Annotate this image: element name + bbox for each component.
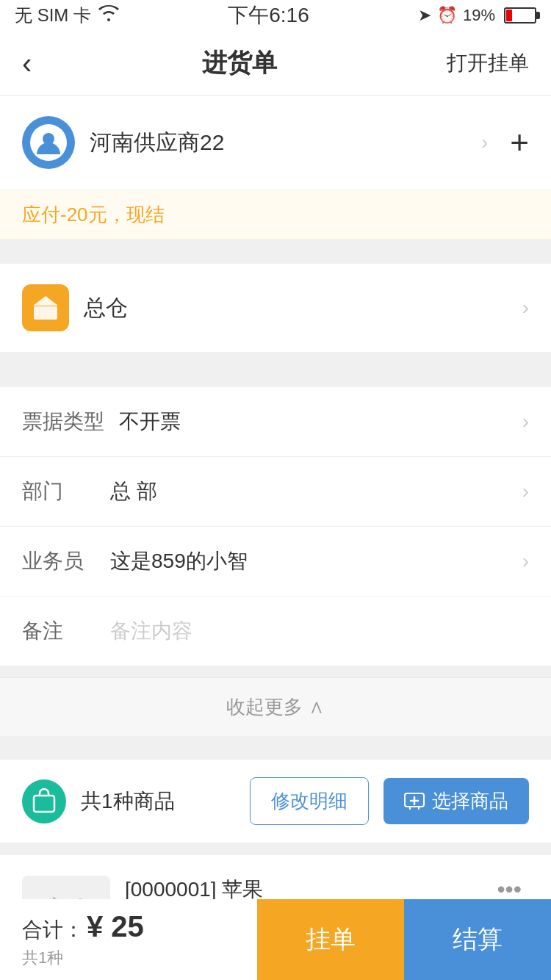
salesperson-label: 业务员 [22,547,96,575]
form-section: 票据类型 不开票 › 部门 总 部 › 业务员 这是859的小智 › 备注 备注… [0,387,551,666]
wifi-icon [98,5,119,26]
invoice-label: 票据类型 [22,408,104,436]
supplier-chevron-icon: › [481,131,488,154]
svg-rect-1 [34,306,57,320]
total-amount: ¥ 25 [87,910,144,943]
select-product-label: 选择商品 [432,788,508,814]
carrier-text: 无 SIM 卡 [15,4,91,27]
content: 河南供应商22 › + 应付-20元，现结 总仓 › 票据类型 不开票 › [0,96,551,980]
warehouse-icon [22,284,69,331]
salesperson-value: 这是859的小智 [96,547,522,575]
department-row[interactable]: 部门 总 部 › [0,457,551,527]
supplier-avatar [22,116,75,169]
collapse-label: 收起更多 ∧ [226,696,324,718]
status-right: ➤ ⏰ 19% [418,6,536,25]
collapse-bar[interactable]: 收起更多 ∧ [0,677,551,736]
location-icon: ➤ [418,6,431,25]
notice-text: 应付-20元，现结 [22,203,165,226]
supplier-row[interactable]: 河南供应商22 › + [0,96,551,190]
notice-bar: 应付-20元，现结 [0,190,551,240]
total-label: 合计： [22,916,84,944]
remark-label: 备注 [22,617,96,645]
products-icon [22,779,66,824]
battery-icon [504,7,536,24]
department-label: 部门 [22,478,96,505]
products-header: 共1种商品 修改明细 选择商品 [0,760,551,843]
footer-total: 合计： ¥ 25 共1种 [0,910,257,969]
invoice-row[interactable]: 票据类型 不开票 › [0,387,551,457]
department-chevron-icon: › [522,480,529,503]
invoice-value: 不开票 [104,408,522,436]
products-count: 共1种商品 [81,788,235,815]
warehouse-row[interactable]: 总仓 › [0,264,551,352]
add-supplier-button[interactable]: + [510,126,529,159]
warehouse-name: 总仓 [84,293,522,323]
svg-rect-3 [34,796,54,812]
edit-details-button[interactable]: 修改明细 [250,777,369,825]
select-product-button[interactable]: 选择商品 [383,778,529,824]
back-button[interactable]: ‹ [22,48,32,78]
product-title: 苹果 [222,878,263,901]
nav-bar: ‹ 进货单 打开挂单 [0,31,551,96]
alarm-icon: ⏰ [437,6,457,25]
product-code: [0000001] [125,878,217,901]
battery-percent: 19% [463,6,495,25]
open-hang-button[interactable]: 打开挂单 [447,49,529,77]
status-time: 下午6:16 [228,1,309,29]
pay-button[interactable]: 结算 [404,899,551,980]
status-left: 无 SIM 卡 [15,4,119,27]
hang-button[interactable]: 挂单 [257,899,404,980]
svg-marker-2 [33,296,58,306]
remark-input[interactable]: 备注内容 [96,617,529,645]
remark-row[interactable]: 备注 备注内容 [0,597,551,666]
supplier-avatar-inner [30,124,67,161]
supplier-name: 河南供应商22 [90,128,481,158]
footer: 合计： ¥ 25 共1种 挂单 结算 [0,899,551,980]
department-value: 总 部 [96,478,522,505]
salesperson-chevron-icon: › [522,550,529,573]
invoice-chevron-icon: › [522,410,529,433]
supplier-section: 河南供应商22 › + 应付-20元，现结 [0,96,551,240]
page-title: 进货单 [202,46,277,80]
salesperson-row[interactable]: 业务员 这是859的小智 › [0,527,551,597]
status-bar: 无 SIM 卡 下午6:16 ➤ ⏰ 19% [0,0,551,31]
warehouse-section: 总仓 › [0,264,551,352]
total-sub: 共1种 [22,947,235,969]
warehouse-chevron-icon: › [522,296,529,320]
